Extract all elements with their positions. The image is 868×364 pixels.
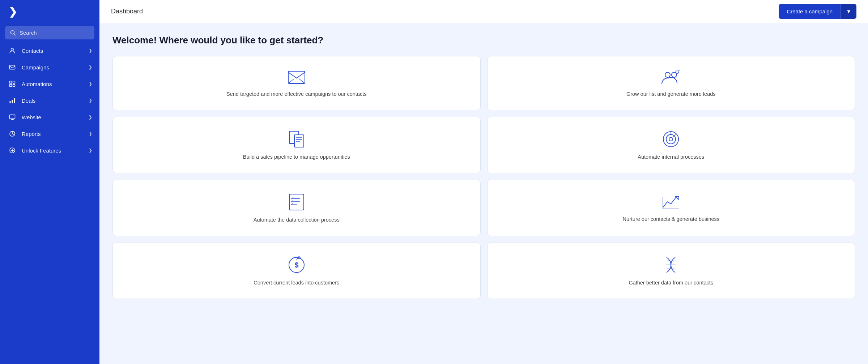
deals-chevron: ❯ [89, 98, 92, 103]
search-icon [10, 30, 16, 36]
create-campaign-button[interactable]: Create a campaign [779, 4, 841, 19]
website-icon [7, 114, 17, 120]
campaigns-card-label: Send targeted and more effective campaig… [226, 91, 366, 97]
unlock-chevron: ❯ [89, 148, 92, 153]
campaigns-icon [7, 64, 17, 70]
create-campaign-dropdown-button[interactable]: ▼ [841, 4, 856, 19]
leads-card[interactable]: Grow our list and generate more leads [487, 56, 855, 110]
sidebar-item-website[interactable]: Website ❯ [0, 109, 99, 125]
website-chevron: ❯ [89, 115, 92, 120]
deals-icon [7, 97, 17, 104]
contacts-label: Contacts [22, 48, 89, 54]
sidebar-item-automations[interactable]: Automations ❯ [0, 76, 99, 92]
checklist-icon [288, 193, 305, 211]
card-grid: Send targeted and more effective campaig… [112, 56, 855, 299]
gather-card[interactable]: Gather better data from our contacts [487, 243, 855, 299]
logo-area: ❯ [0, 0, 99, 23]
convert-card[interactable]: $ Convert current leads into customers [112, 243, 481, 299]
chart-up-icon [661, 194, 680, 210]
svg-rect-9 [12, 100, 13, 103]
deals-label: Deals [22, 98, 89, 104]
campaigns-label: Campaigns [22, 64, 89, 70]
page-title: Dashboard [111, 8, 143, 15]
notes-icon [288, 130, 305, 148]
create-btn-wrap: Create a campaign ▼ [779, 4, 856, 19]
svg-rect-4 [10, 81, 12, 83]
reports-label: Reports [22, 131, 89, 137]
sidebar-item-campaigns[interactable]: Campaigns ❯ [0, 59, 99, 76]
dropdown-arrow-icon: ▼ [846, 8, 851, 14]
svg-rect-8 [10, 101, 11, 103]
automate-card[interactable]: Automate internal processes [487, 117, 855, 173]
sidebar-item-deals[interactable]: Deals ❯ [0, 92, 99, 109]
main-area: Dashboard Create a campaign ▼ Welcome! W… [99, 0, 868, 364]
automations-chevron: ❯ [89, 81, 92, 86]
topbar: Dashboard Create a campaign ▼ [99, 0, 868, 23]
sidebar-item-reports[interactable]: Reports ❯ [0, 125, 99, 142]
automate-card-label: Automate internal processes [638, 154, 704, 160]
unlock-features-label: Unlock Features [22, 147, 89, 154]
dna-icon [664, 256, 678, 274]
contacts-icon [7, 47, 17, 54]
envelope-icon [287, 69, 306, 85]
reports-icon [7, 130, 17, 137]
svg-line-22 [678, 70, 680, 71]
logo-icon: ❯ [9, 6, 17, 18]
data-collection-card[interactable]: Automate the data collection process [112, 180, 481, 236]
group-icon [660, 69, 681, 85]
search-label: Search [20, 30, 37, 36]
campaigns-card[interactable]: Send targeted and more effective campaig… [112, 56, 481, 110]
leads-card-label: Grow our list and generate more leads [626, 91, 716, 97]
svg-rect-3 [10, 65, 15, 69]
sidebar-item-unlock-features[interactable]: Unlock Features ❯ [0, 142, 99, 159]
svg-point-30 [669, 137, 673, 141]
campaigns-chevron: ❯ [89, 65, 92, 70]
svg-rect-24 [294, 135, 304, 147]
website-label: Website [22, 114, 89, 120]
automations-icon [7, 81, 17, 87]
svg-point-19 [665, 72, 670, 77]
svg-rect-5 [13, 81, 15, 83]
svg-point-2 [11, 48, 14, 51]
svg-rect-10 [14, 98, 15, 103]
data-collection-card-label: Automate the data collection process [254, 217, 340, 223]
pipeline-card[interactable]: Build a sales pipeline to manage opportu… [112, 117, 481, 173]
contacts-chevron: ❯ [89, 48, 92, 53]
nurture-card[interactable]: Nurture our contacts & generate business [487, 180, 855, 236]
dollar-circle-icon: $ [288, 256, 306, 274]
dashboard-content: Welcome! Where would you like to get sta… [99, 23, 868, 364]
pipeline-card-label: Build a sales pipeline to manage opportu… [243, 154, 350, 160]
welcome-heading: Welcome! Where would you like to get sta… [112, 35, 855, 46]
automations-label: Automations [22, 81, 89, 87]
svg-rect-11 [10, 115, 15, 119]
svg-point-21 [676, 71, 678, 74]
svg-text:$: $ [294, 261, 298, 269]
unlock-icon [7, 147, 17, 154]
nurture-card-label: Nurture our contacts & generate business [622, 216, 719, 222]
svg-rect-7 [13, 85, 15, 87]
gather-card-label: Gather better data from our contacts [629, 280, 713, 286]
reports-chevron: ❯ [89, 131, 92, 136]
sidebar: ❯ Search Contacts ❯ Campaigns [0, 0, 99, 364]
search-box[interactable]: Search [5, 26, 94, 39]
svg-line-1 [14, 34, 16, 35]
target-icon [662, 130, 680, 148]
sidebar-item-contacts[interactable]: Contacts ❯ [0, 42, 99, 59]
convert-card-label: Convert current leads into customers [254, 280, 339, 286]
svg-rect-6 [10, 85, 12, 87]
